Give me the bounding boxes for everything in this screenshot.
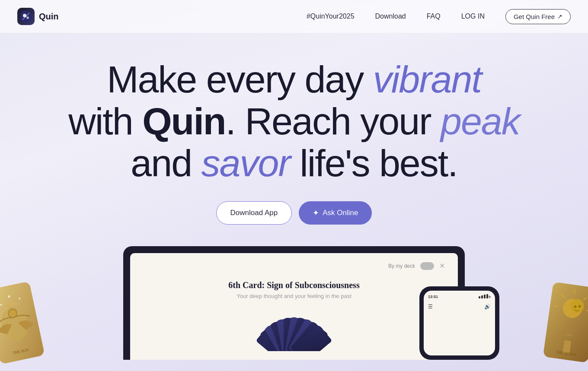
svg-text:5G: 5G xyxy=(489,295,491,298)
phone-menu-icon[interactable]: ☰ xyxy=(428,304,433,310)
headline-line3: and savor life's best. xyxy=(131,142,457,184)
nav-hashtag[interactable]: #QuinYour2025 xyxy=(307,13,355,20)
hero-section: Make every day vibrant with Quin. Reach … xyxy=(0,33,588,360)
ask-online-button[interactable]: ✦ Ask Online xyxy=(299,201,372,225)
navbar: Quin #QuinYour2025 Download FAQ LOG IN G… xyxy=(0,0,588,33)
nav-links: #QuinYour2025 Download FAQ LOG IN Get Qu… xyxy=(307,9,571,24)
brand-name: Quin xyxy=(39,12,59,22)
card-title: 6th Card: Sign of Subconsciousness xyxy=(143,280,445,290)
phone-signal-icon: 5G xyxy=(479,294,491,299)
headline-peak: peak xyxy=(441,100,520,143)
phone-screen: 13:51 5G xyxy=(424,291,495,355)
svg-rect-23 xyxy=(481,295,483,298)
phone-time: 13:51 xyxy=(428,295,438,299)
tarot-fan xyxy=(143,308,445,351)
logo-icon xyxy=(17,8,35,25)
headline-line1: Make every day vibrant xyxy=(107,58,481,101)
nav-faq[interactable]: FAQ xyxy=(427,13,441,20)
card-subtitle: Your deep thought and your feeling in th… xyxy=(143,293,445,299)
phone-shell: 13:51 5G xyxy=(419,286,499,360)
logo[interactable]: Quin xyxy=(17,8,59,25)
headline-and: and xyxy=(131,142,192,184)
nav-login[interactable]: LOG IN xyxy=(461,13,485,20)
svg-rect-22 xyxy=(479,296,480,298)
hero-content: Make every day vibrant with Quin. Reach … xyxy=(0,33,588,225)
headline-normal1: Make every day xyxy=(107,58,363,101)
nav-cta-button[interactable]: Get Quin Free ↗ xyxy=(505,9,571,24)
headline-line2: with Quin. Reach your peak xyxy=(68,100,520,143)
headline-lifes: life's best. xyxy=(300,142,457,184)
hero-headline: Make every day vibrant with Quin. Reach … xyxy=(68,59,520,184)
headline-with: with xyxy=(68,100,133,143)
nav-download[interactable]: Download xyxy=(375,13,406,20)
sparkle-icon: ✦ xyxy=(313,208,319,218)
close-button[interactable]: ✕ xyxy=(439,262,445,270)
ask-online-label: Ask Online xyxy=(323,209,358,217)
svg-point-2 xyxy=(26,16,29,19)
screen-top-controls: By my deck ✕ xyxy=(143,262,445,270)
phone-volume-icon[interactable]: 🔊 xyxy=(484,304,491,310)
tarot-card-left: THE SUN xyxy=(0,281,45,365)
headline-quin: Quin xyxy=(142,100,225,143)
device-showcase: THE SUN By my deck ✕ 6th Card: Sign of S… xyxy=(0,246,588,360)
nav-cta-label: Get Quin Free xyxy=(514,13,555,20)
hero-buttons: Download App ✦ Ask Online xyxy=(216,201,372,225)
by-deck-label: By my deck xyxy=(388,263,415,269)
phone-mockup: 13:51 5G xyxy=(419,286,499,360)
headline-savor: savor xyxy=(201,142,290,184)
svg-rect-25 xyxy=(486,294,488,298)
tarot-card-right: THE MOON xyxy=(543,282,588,363)
by-deck-toggle[interactable] xyxy=(420,262,434,270)
headline-vibrant: vibrant xyxy=(373,58,481,101)
nav-cta-arrow-icon: ↗ xyxy=(557,13,562,20)
headline-reach: . Reach your xyxy=(226,100,431,143)
tablet-screen: By my deck ✕ 6th Card: Sign of Subconsci… xyxy=(130,253,458,360)
svg-rect-24 xyxy=(484,295,486,298)
download-app-button[interactable]: Download App xyxy=(216,201,292,225)
tablet-device: By my deck ✕ 6th Card: Sign of Subconsci… xyxy=(123,246,465,360)
